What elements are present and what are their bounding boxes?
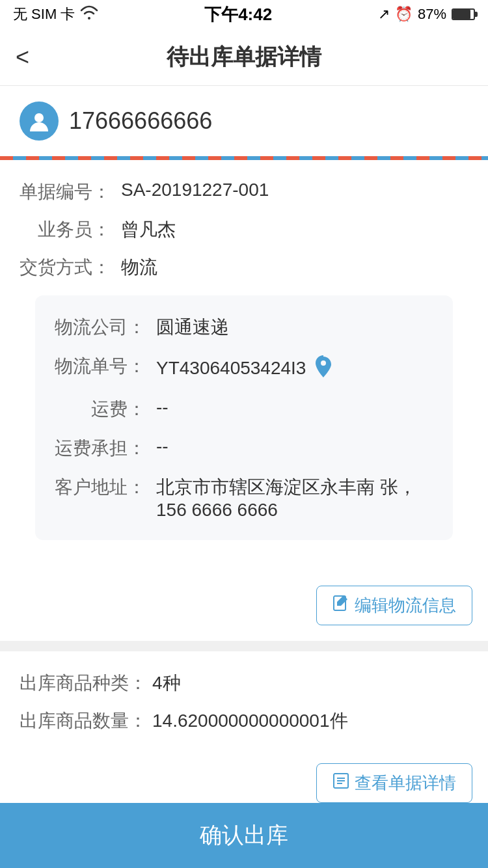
delivery-value: 物流 [121,255,468,280]
edit-logistics-label: 编辑物流信息 [355,594,456,617]
location-icon: ↗ [378,6,390,23]
delivery-row: 交货方式： 物流 [20,255,468,280]
alarm-icon: ⏰ [395,6,413,23]
nav-bar: < 待出库单据详情 [0,29,488,86]
tracking-location-icon[interactable] [314,354,333,383]
order-number-row: 单据编号： SA-20191227-001 [20,180,468,204]
confirm-button-label: 确认出库 [200,821,288,850]
user-header: 17666666666 [0,86,488,156]
delivery-label: 交货方式： [20,255,111,280]
back-button[interactable]: < [16,44,29,71]
goods-types-label: 出库商品种类： [20,671,147,696]
freight-value: -- [156,397,433,418]
list-icon [332,772,349,794]
tracking-label: 物流单号： [55,354,146,379]
goods-types-value: 4种 [152,671,181,696]
view-detail-button[interactable]: 查看单据详情 [316,763,472,803]
staff-label: 业务员： [20,217,111,242]
battery-text: 87% [418,6,446,23]
user-phone: 17666666666 [69,107,212,135]
avatar [20,102,59,141]
staff-value: 曾凡杰 [121,217,468,242]
edit-icon [332,595,349,616]
goods-section: 出库商品种类： 4种 出库商品数量： 14.620000000000001件 [0,651,488,753]
goods-types-row: 出库商品种类： 4种 [20,671,468,696]
goods-quantity-label: 出库商品数量： [20,709,147,733]
page-title: 待出库单据详情 [167,42,321,72]
tracking-value: YT43064053424I3 [156,354,433,383]
goods-quantity-value: 14.620000000000001件 [152,709,348,733]
section-separator [0,641,488,651]
battery-icon [452,8,475,20]
sim-text: 无 SIM 卡 [13,5,75,24]
order-number-label: 单据编号： [20,180,111,204]
freight-label: 运费： [55,397,146,422]
confirm-bar[interactable]: 确认出库 [0,803,488,868]
address-row: 客户地址： 北京市市辖区海淀区永丰南 张，156 6666 6666 [55,475,433,521]
wifi-icon [80,5,98,23]
status-time: 下午4:42 [204,3,272,26]
logistics-company-label: 物流公司： [55,315,146,340]
content-wrapper: 17666666666 单据编号： SA-20191227-001 业务员： 曾… [0,86,488,868]
logistics-card: 物流公司： 圆通速递 物流单号： YT43064053424I3 运费： -- [35,295,453,540]
freight-row: 运费： -- [55,397,433,422]
logistics-company-row: 物流公司： 圆通速递 [55,315,433,340]
order-number-value: SA-20191227-001 [121,180,468,200]
goods-quantity-row: 出库商品数量： 14.620000000000001件 [20,709,468,733]
order-info-section: 单据编号： SA-20191227-001 业务员： 曾凡杰 交货方式： 物流 … [0,160,488,575]
logistics-company-value: 圆通速递 [156,315,433,340]
status-bar: 无 SIM 卡 下午4:42 ↗ ⏰ 87% [0,0,488,29]
freight-bear-value: -- [156,436,433,457]
status-right: ↗ ⏰ 87% [378,6,475,23]
edit-logistics-button[interactable]: 编辑物流信息 [316,586,472,625]
view-detail-label: 查看单据详情 [355,772,456,794]
svg-point-0 [34,113,44,122]
tracking-row: 物流单号： YT43064053424I3 [55,354,433,383]
address-value: 北京市市辖区海淀区永丰南 张，156 6666 6666 [156,475,433,521]
address-label: 客户地址： [55,475,146,500]
staff-row: 业务员： 曾凡杰 [20,217,468,242]
freight-bear-row: 运费承担： -- [55,436,433,461]
freight-bear-label: 运费承担： [55,436,146,461]
status-left: 无 SIM 卡 [13,5,98,24]
edit-btn-row: 编辑物流信息 [0,575,488,641]
